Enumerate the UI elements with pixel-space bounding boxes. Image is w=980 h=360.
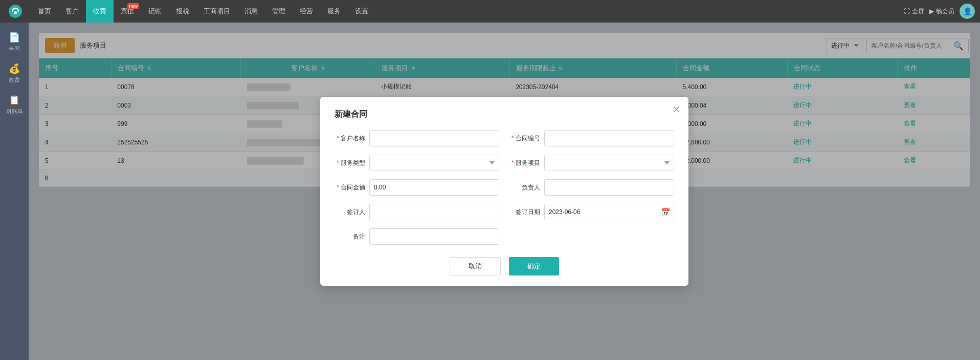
form-field-sign-date: 签订日期 📅 [509, 204, 674, 220]
service-type-label: 服务类型 [335, 159, 365, 167]
service-item-label: 服务项目 [509, 159, 540, 167]
contract-no-input[interactable] [544, 130, 674, 146]
contract-no-label: 合同编号 [509, 134, 540, 143]
main-layout: 📄 合同 💰 收费 📋 对账单 新增 服务项目 进行中 已完成 已终止 [0, 23, 980, 360]
remark-label: 备注 [335, 232, 365, 241]
form-row-2: 服务类型 服务项目 [335, 155, 674, 171]
modal-footer: 取消 确定 [335, 257, 674, 276]
form-field-service-type: 服务类型 [335, 155, 499, 171]
nav-customer[interactable]: 客户 [58, 0, 86, 23]
nav-home[interactable]: 首页 [31, 0, 58, 23]
nav-service[interactable]: 服务 [320, 0, 348, 23]
sidebar-item-statement[interactable]: 📋 对账单 [1, 90, 28, 119]
sidebar-item-fee[interactable]: 💰 收费 [1, 59, 28, 88]
nav-business[interactable]: 工商项目 [196, 0, 237, 23]
modal-title: 新建合同 [335, 109, 674, 120]
contract-amount-input[interactable] [369, 179, 499, 196]
form-field-responsible: 负责人 [509, 179, 674, 196]
remark-input[interactable] [369, 228, 499, 245]
sign-date-label: 签订日期 [509, 208, 540, 217]
modal-overlay: 新建合同 ✕ 客户名称 合同编号 服务类型 [29, 23, 980, 360]
nav-fee[interactable]: 收费 [86, 0, 114, 23]
content-area: 新增 服务项目 进行中 已完成 已终止 🔍 [29, 23, 980, 360]
member-button[interactable]: ▶ 畅会员 [929, 7, 954, 16]
signer-input[interactable] [369, 204, 499, 220]
form-row-1: 客户名称 合同编号 [335, 130, 674, 146]
form-field-signer: 签订人 [335, 204, 499, 220]
sidebar-item-contract[interactable]: 📄 合同 [1, 28, 28, 57]
sign-date-input[interactable] [544, 204, 674, 220]
form-field-contract-no: 合同编号 [509, 130, 674, 146]
form-field-service-item: 服务项目 [509, 155, 674, 171]
nav-settings[interactable]: 设置 [348, 0, 375, 23]
fee-icon: 💰 [9, 63, 20, 74]
logo [5, 0, 26, 23]
customer-name-label: 客户名称 [335, 134, 365, 143]
nav-message[interactable]: 消息 [237, 0, 265, 23]
form-field-customer: 客户名称 [335, 130, 499, 146]
form-row-4: 签订人 签订日期 📅 [335, 204, 674, 220]
form-field-remark: 备注 [335, 228, 499, 245]
responsible-person-label: 负责人 [509, 183, 540, 192]
statement-icon: 📋 [9, 94, 20, 105]
modal-close-button[interactable]: ✕ [673, 104, 680, 115]
form-row-5: 备注 [335, 228, 674, 245]
new-contract-modal: 新建合同 ✕ 客户名称 合同编号 服务类型 [320, 97, 688, 286]
customer-name-input[interactable] [369, 130, 499, 146]
avatar[interactable]: 👤 [960, 4, 975, 19]
nav-operation[interactable]: 经营 [293, 0, 320, 23]
cancel-button[interactable]: 取消 [450, 257, 501, 276]
responsible-person-input[interactable] [544, 179, 674, 196]
nav-right: ⛶ 全屏 ▶ 畅会员 👤 [904, 4, 975, 19]
form-field-amount: 合同金额 [335, 179, 499, 196]
nav-bookkeeping[interactable]: 记账 [141, 0, 169, 23]
form-row-3: 合同金额 负责人 [335, 179, 674, 196]
new-badge: new [127, 3, 139, 9]
service-item-select[interactable] [544, 155, 674, 171]
nav-invoice[interactable]: 票据 new [114, 0, 141, 23]
contract-icon: 📄 [9, 32, 20, 43]
nav-tax[interactable]: 报税 [169, 0, 196, 23]
top-nav: 首页 客户 收费 票据 new 记账 报税 工商项目 消息 管理 经营 服务 设… [0, 0, 980, 23]
contract-amount-label: 合同金额 [335, 183, 365, 192]
sidebar: 📄 合同 💰 收费 📋 对账单 [0, 23, 29, 360]
service-type-select[interactable] [369, 155, 499, 171]
nav-manage[interactable]: 管理 [265, 0, 293, 23]
fullscreen-button[interactable]: ⛶ 全屏 [904, 7, 924, 16]
signer-label: 签订人 [335, 208, 365, 217]
confirm-button[interactable]: 确定 [509, 257, 559, 276]
svg-point-1 [14, 11, 17, 14]
